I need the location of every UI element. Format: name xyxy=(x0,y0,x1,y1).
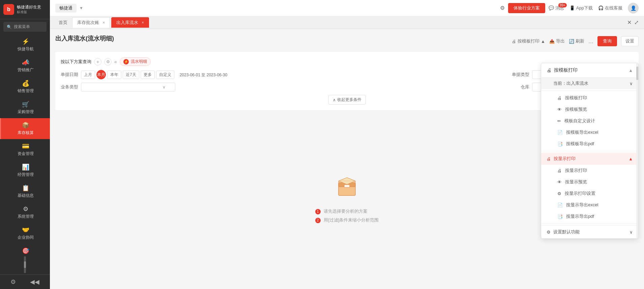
sidebar-settings-button[interactable]: ⚙ xyxy=(10,278,16,286)
topbar-profile: 畅捷通 ▼ xyxy=(55,4,497,12)
biz-type-select[interactable]: ∨ xyxy=(81,83,175,91)
tip-num-2: 2 xyxy=(315,218,321,223)
dropdown-item-display-excel[interactable]: 📄 按显示导出excel xyxy=(541,199,638,211)
sidebar-collapse-button[interactable]: ◀◀ xyxy=(30,278,39,286)
dropdown-print-icon: 🖨 xyxy=(547,68,551,73)
topbar-settings-icon[interactable]: ⚙ xyxy=(500,5,505,11)
refresh-btn[interactable]: 🔄 刷新 xyxy=(569,38,584,44)
settings-default-icon: ⚙ xyxy=(547,230,551,235)
display-print-section-icon: 🖨 xyxy=(547,156,551,161)
empty-tips: 1 请先选择要分析的方案 2 用[过滤]条件来缩小分析范围 xyxy=(315,207,379,225)
sidebar-item-purchase[interactable]: 🛒 采购管理 xyxy=(0,97,50,118)
sidebar-item-collab[interactable]: 🤝 企业协同 xyxy=(0,223,50,244)
svg-rect-2 xyxy=(344,185,350,187)
service-icon: 🎧 xyxy=(598,5,604,10)
filter-add-btn[interactable]: + xyxy=(94,58,101,65)
date-btn-more[interactable]: 更多 xyxy=(141,71,155,79)
profile-dropdown-arrow[interactable]: ▼ xyxy=(79,6,83,10)
sidebar-item-quick-nav[interactable]: ⚡ 快捷导航 xyxy=(0,34,50,55)
sidebar-item-guide[interactable]: 🎯 新手引导 xyxy=(0,244,50,255)
dropdown-item-template-pdf[interactable]: 📑 按模板导出pdf xyxy=(541,138,638,150)
sidebar-item-basic[interactable]: 📋 基础信息 xyxy=(0,181,50,202)
empty-tip-2: 2 用[过滤]条件来缩小分析范围 xyxy=(315,216,379,225)
dropdown-item-template-excel[interactable]: 📄 按模板导出excel xyxy=(541,127,638,138)
date-label: 单据日期 xyxy=(61,72,78,78)
dropdown-current-item[interactable]: 当前：出入库流水 ∨ xyxy=(541,78,638,89)
query-btn[interactable]: 查询 xyxy=(597,36,617,46)
dropdown-section-display-print[interactable]: 🖨 按显示打印 ▲ xyxy=(541,153,638,165)
app-icon: 📱 xyxy=(569,5,575,10)
user-avatar[interactable]: 👤 xyxy=(628,3,639,14)
template-custom-label: 模板自定义设计 xyxy=(564,118,595,124)
profile-name[interactable]: 畅捷通 xyxy=(55,4,77,12)
empty-icon xyxy=(333,173,360,200)
tab-batch-close[interactable]: × xyxy=(103,20,105,25)
tab-flow-close[interactable]: × xyxy=(142,20,144,25)
sidebar-search-area: 🔍 搜索菜单 xyxy=(0,19,50,34)
display-preview-label: 按显示预览 xyxy=(565,179,587,185)
date-btn-last-month[interactable]: 上月 xyxy=(81,71,95,79)
template-pdf-icon: 📑 xyxy=(557,141,563,147)
dropdown-header: 🖨 按模板打印 ▲ xyxy=(541,63,638,78)
dropdown-item-display-pdf[interactable]: 📑 按显示导出pdf xyxy=(541,211,638,222)
template-print-btn[interactable]: 🖨 按模板打印 ▲ xyxy=(512,38,545,44)
template-custom-icon: ✏ xyxy=(557,119,561,124)
filter-collapse-btn[interactable]: « xyxy=(114,59,117,64)
dropdown-item-template-print[interactable]: 🖨 按模板打印 xyxy=(541,92,638,104)
template-print-arrow: ▲ xyxy=(541,39,545,44)
sidebar-item-marketing[interactable]: 📣 营销推广 xyxy=(0,55,50,76)
sidebar-item-operation[interactable]: 📊 经营管理 xyxy=(0,160,50,181)
date-btn-this-month[interactable]: 本月 xyxy=(96,70,106,79)
collapse-more-btn[interactable]: ∧ 收起更多条件 xyxy=(328,95,366,105)
tab-home[interactable]: 首页 xyxy=(55,18,71,28)
service-label: 在线客服 xyxy=(605,5,622,11)
sidebar-item-system[interactable]: ⚙ 系统管理 xyxy=(0,202,50,223)
tab-in-out-flow[interactable]: 出入库流水 × xyxy=(111,17,149,28)
dropdown-item-display-print[interactable]: 🖨 按显示打印 xyxy=(541,165,638,176)
tab-maximize-button[interactable]: ⤢ xyxy=(634,19,639,26)
search-menu-button[interactable]: 🔍 搜索菜单 xyxy=(3,22,47,32)
basic-icon: 📋 xyxy=(22,184,29,192)
filter-set-btn[interactable]: ⚙ xyxy=(104,58,112,65)
filter-tag-icon: ⚡ xyxy=(123,59,129,64)
printer-icon: 🖨 xyxy=(512,39,516,44)
tab-close-all-button[interactable]: ✕ xyxy=(627,19,632,26)
trial-btn[interactable]: 体验行业方案 xyxy=(508,3,545,13)
date-btn-7days[interactable]: 近7天 xyxy=(123,71,139,79)
dropdown-item-display-settings[interactable]: ⚙ 按显示打印设置 xyxy=(541,188,638,199)
logo-text-block: 畅捷通好生意 标准版 xyxy=(17,4,41,15)
export-btn[interactable]: 📤 导出 xyxy=(549,38,565,44)
dropdown-footer[interactable]: ⚙ 设置默认功能 ∨ xyxy=(541,225,638,238)
display-pdf-label: 按显示导出pdf xyxy=(566,213,594,219)
dropdown-panel: 🖨 按模板打印 ▲ 当前：出入库流水 ∨ 🖨 按模板打印 👁 按模板预览 xyxy=(541,63,639,239)
sidebar-item-inventory[interactable]: 📦 库存核算 xyxy=(0,118,50,139)
more-actions-btn[interactable]: ... xyxy=(588,38,593,44)
sidebar-item-sales[interactable]: 💰 销售管理 xyxy=(0,76,50,97)
sidebar-item-finance[interactable]: 💳 资金管理 xyxy=(0,139,50,160)
sidebar-nav: ⚡ 快捷导航 📣 营销推广 💰 销售管理 🛒 采购管理 📦 库存核算 💳 资金管… xyxy=(0,34,50,255)
dropdown-item-display-preview[interactable]: 👁 按显示预览 xyxy=(541,176,638,188)
online-service-btn[interactable]: 🎧 在线客服 xyxy=(598,5,622,11)
finance-label: 资金管理 xyxy=(18,151,34,157)
dropdown-collapse-btn[interactable]: ▲ xyxy=(628,68,633,73)
message-badge: 99+ xyxy=(558,3,567,7)
date-btn-this-year[interactable]: 本年 xyxy=(107,71,121,79)
filter-tag-flow: ⚡ 流水明细 xyxy=(120,57,151,66)
display-print-icon: 🖨 xyxy=(557,168,562,173)
inventory-icon: 📦 xyxy=(22,122,29,129)
date-range-display: 2023-06-01 至 2023-06-30 xyxy=(180,72,227,78)
settings-btn[interactable]: 设置 xyxy=(621,36,639,46)
tab-batch-account[interactable]: 库存批次账 × xyxy=(72,17,110,28)
topbar: 畅捷通 ▼ ⚙ 体验行业方案 💬 消息 99+ 📱 App下载 🎧 在线客服 👤 xyxy=(50,0,644,16)
date-btn-custom[interactable]: 自定义 xyxy=(156,71,174,79)
dropdown-item-template-preview[interactable]: 👁 按模板预览 xyxy=(541,104,638,115)
display-preview-icon: 👁 xyxy=(557,180,562,185)
message-btn[interactable]: 💬 消息 99+ xyxy=(549,5,564,11)
tabbar: 首页 库存批次账 × 出入库流水 × ✕ ⤢ xyxy=(50,16,644,29)
main-area: 畅捷通 ▼ ⚙ 体验行业方案 💬 消息 99+ 📱 App下载 🎧 在线客服 👤 xyxy=(50,0,644,289)
template-pdf-label: 按模板导出pdf xyxy=(566,141,594,147)
filter-label: 按以下方案查询 xyxy=(61,59,91,65)
app-download-btn[interactable]: 📱 App下载 xyxy=(569,5,593,11)
template-excel-icon: 📄 xyxy=(557,130,563,135)
dropdown-item-template-custom[interactable]: ✏ 模板自定义设计 xyxy=(541,115,638,127)
